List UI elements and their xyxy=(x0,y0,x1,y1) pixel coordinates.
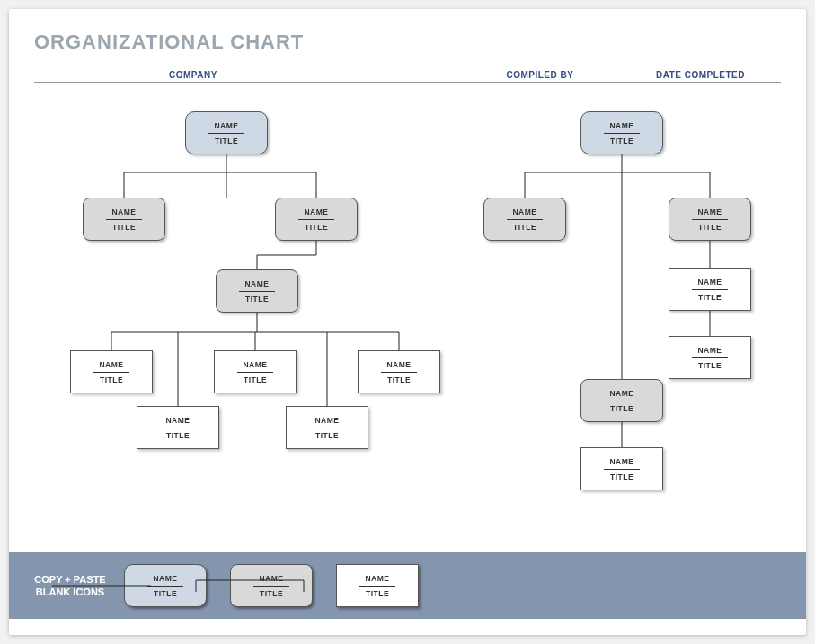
org-node[interactable]: NAMETITLE xyxy=(214,350,297,393)
node-divider xyxy=(239,291,275,292)
node-title: TITLE xyxy=(166,431,190,440)
meta-row: COMPANY COMPILED BY DATE COMPLETED xyxy=(34,70,781,83)
org-node-root-left[interactable]: NAMETITLE xyxy=(185,111,268,154)
node-name: NAME xyxy=(609,457,633,466)
meta-compiled-label: COMPILED BY xyxy=(506,70,573,80)
org-node[interactable]: NAMETITLE xyxy=(669,268,751,311)
node-title: TITLE xyxy=(698,293,722,302)
node-divider xyxy=(359,586,395,587)
footer-strip: COPY + PASTE BLANK ICONS NAMETITLE NAMET… xyxy=(9,552,806,619)
node-divider xyxy=(692,219,728,220)
node-divider xyxy=(604,401,640,401)
org-node[interactable]: NAMETITLE xyxy=(70,350,153,393)
org-node[interactable]: NAMETITLE xyxy=(83,198,165,241)
node-name: NAME xyxy=(314,416,339,425)
node-divider xyxy=(381,372,417,373)
node-name: NAME xyxy=(609,389,633,398)
node-divider xyxy=(692,289,728,290)
node-name: NAME xyxy=(244,279,269,288)
node-title: TITLE xyxy=(698,361,722,370)
node-name: NAME xyxy=(243,360,267,369)
node-divider xyxy=(208,133,244,134)
node-title: TITLE xyxy=(610,137,633,146)
page-title: ORGANIZATIONAL CHART xyxy=(34,31,781,54)
node-title: TITLE xyxy=(305,223,328,232)
org-node-root-right[interactable]: NAMETITLE xyxy=(580,111,663,154)
node-title: TITLE xyxy=(387,375,411,384)
node-divider xyxy=(604,469,640,470)
node-name: NAME xyxy=(697,207,722,216)
node-name: NAME xyxy=(512,207,536,216)
node-divider xyxy=(106,219,142,220)
org-node[interactable]: NAMETITLE xyxy=(580,447,663,490)
node-divider xyxy=(309,428,345,428)
meta-company-label: COMPANY xyxy=(169,70,217,80)
node-name: NAME xyxy=(165,416,190,425)
node-divider xyxy=(692,357,728,358)
node-name: NAME xyxy=(609,121,633,130)
node-title: TITLE xyxy=(244,375,267,384)
node-title: TITLE xyxy=(366,589,389,598)
node-divider xyxy=(93,372,129,373)
org-node[interactable]: NAMETITLE xyxy=(669,336,751,379)
node-title: TITLE xyxy=(112,223,136,232)
org-node[interactable]: NAMETITLE xyxy=(483,198,566,241)
org-node[interactable]: NAMETITLE xyxy=(669,198,751,241)
node-name: NAME xyxy=(697,278,722,287)
org-chart-canvas: NAMETITLE NAMETITLE NAMETITLE NAMETITLE … xyxy=(34,83,781,496)
node-title: TITLE xyxy=(513,223,536,232)
node-name: NAME xyxy=(304,207,328,216)
node-name: NAME xyxy=(365,574,389,583)
org-node[interactable]: NAMETITLE xyxy=(137,406,219,449)
node-title: TITLE xyxy=(610,472,633,481)
node-divider xyxy=(507,219,543,220)
node-title: TITLE xyxy=(245,295,269,304)
node-name: NAME xyxy=(214,121,238,130)
footer-connector-samples xyxy=(16,552,322,619)
node-title: TITLE xyxy=(215,137,238,146)
node-divider xyxy=(160,428,196,428)
document-page: ORGANIZATIONAL CHART COMPANY COMPILED BY… xyxy=(9,9,806,635)
node-divider xyxy=(604,133,640,134)
node-divider xyxy=(237,372,273,373)
org-node[interactable]: NAMETITLE xyxy=(275,198,358,241)
org-node[interactable]: NAMETITLE xyxy=(580,379,663,422)
meta-date-label: DATE COMPLETED xyxy=(656,70,745,80)
org-node[interactable]: NAMETITLE xyxy=(286,406,368,449)
org-node[interactable]: NAMETITLE xyxy=(216,269,298,313)
node-name: NAME xyxy=(99,360,123,369)
node-divider xyxy=(298,219,334,220)
node-name: NAME xyxy=(111,207,136,216)
node-title: TITLE xyxy=(315,431,339,440)
node-name: NAME xyxy=(697,346,722,355)
node-title: TITLE xyxy=(610,404,633,413)
org-node[interactable]: NAMETITLE xyxy=(358,350,440,393)
node-name: NAME xyxy=(386,360,411,369)
node-title: TITLE xyxy=(100,375,123,384)
node-title: TITLE xyxy=(698,223,722,232)
template-box-white[interactable]: NAMETITLE xyxy=(336,564,419,607)
